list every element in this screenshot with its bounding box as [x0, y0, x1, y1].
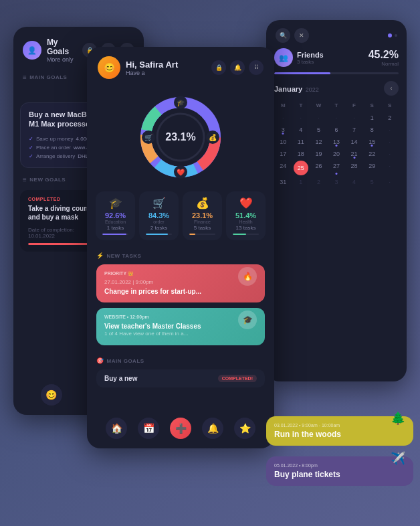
right-dot-nav [388, 33, 397, 37]
calendar-grid: M T W T F S S · · · · · 1 2 [274, 101, 399, 187]
health-label: Health [233, 220, 259, 224]
task-priority[interactable]: 🔥 PRIORITY 👑 27.01.2022 | 9:00pm Change … [96, 264, 265, 302]
stat-health: ❤️ 51.4% Health 13 tasks [226, 191, 266, 240]
cal-day[interactable]: 1 [363, 112, 381, 123]
tickets-title: Buy plane tickets [274, 470, 405, 479]
cal-day[interactable]: 28 [345, 161, 363, 175]
cal-day[interactable]: 6 [328, 124, 346, 135]
main-lock-icon[interactable]: 🔒 [211, 60, 226, 75]
cal-day[interactable]: · [381, 149, 399, 159]
cal-day[interactable]: 27 [328, 161, 346, 175]
goals-subtitle: More only [47, 56, 82, 63]
cal-day[interactable]: 15 [363, 137, 381, 147]
main-grid-icon[interactable]: ⠿ [249, 60, 264, 75]
dot-active [388, 33, 392, 37]
health-sub: 13 tasks [233, 225, 259, 231]
cal-day[interactable]: 13 [328, 137, 346, 147]
cal-week-1: · · · · · 1 2 [274, 112, 399, 123]
cal-day[interactable]: 26 [310, 161, 328, 175]
day-s2: S [381, 101, 399, 110]
cal-day[interactable]: 2 [381, 112, 399, 123]
cal-week-5: 24 25 26 27 28 29 · [274, 161, 399, 175]
day-w: W [310, 101, 328, 110]
nav-calendar[interactable]: 📅 [138, 418, 159, 439]
screen-wrapper: 👤 My Goals More only 🔒 🔔 🔍 MAIN GOALS ⊞ … [0, 0, 420, 526]
day-f: F [345, 101, 363, 110]
cal-day[interactable]: 5 [363, 177, 381, 187]
task-priority-title: Change in prices for start-up... [104, 287, 257, 296]
tickets-time: 05.01.2022 • 8:00pm [274, 463, 405, 468]
finance-percent: 23.1% [189, 211, 215, 220]
cal-day[interactable]: · [381, 161, 399, 175]
cal-day[interactable]: 4 [292, 124, 310, 135]
cal-day[interactable]: · [328, 112, 346, 123]
cal-day[interactable]: 31 [274, 177, 292, 187]
cal-day-today[interactable]: 25 [294, 161, 308, 175]
friends-status: Normal [369, 61, 399, 67]
cal-day[interactable]: 20 [328, 149, 346, 159]
health-percent: 51.4% [233, 211, 259, 220]
order-sub: 2 tasks [146, 225, 172, 231]
cal-day[interactable]: · [292, 112, 310, 123]
cal-day[interactable]: 12 [310, 137, 328, 147]
friends-text: Friends 3 tasks [297, 51, 324, 65]
tasks-section: NEW TASKS 🔥 PRIORITY 👑 27.01.2022 | 9:00… [87, 246, 274, 357]
cal-day[interactable]: 22 [363, 149, 381, 159]
cal-day[interactable]: · [381, 177, 399, 187]
cal-day[interactable]: 17 [274, 149, 292, 159]
svg-text:🎓: 🎓 [177, 98, 185, 107]
cal-day[interactable]: 21 [345, 149, 363, 159]
cal-day[interactable]: 10 [274, 137, 292, 147]
right-header: 🔍 ✕ [266, 20, 407, 48]
calendar-prev[interactable]: ‹ [384, 81, 399, 96]
main-user-name: Hi, Safira Art [126, 60, 178, 70]
calendar-header: January 2022 ‹ [274, 81, 399, 96]
day-s1: S [363, 101, 381, 110]
cal-day[interactable]: 14 [345, 137, 363, 147]
friends-avatar: 👥 [274, 48, 293, 67]
right-search-icon[interactable]: 🔍 [276, 28, 290, 43]
cal-day[interactable]: 18 [292, 149, 310, 159]
event-card-tickets[interactable]: ✈️ 05.01.2022 • 8:00pm Buy plane tickets [266, 456, 413, 486]
main-user-sub: Have a [126, 70, 178, 76]
task-priority-meta: 27.01.2022 | 9:00pm [104, 279, 257, 285]
nav-star[interactable]: ⭐ [234, 418, 255, 439]
cal-day[interactable]: · [381, 124, 399, 135]
donut-center: 23.1% [165, 131, 195, 143]
cal-day[interactable]: 3 [328, 177, 346, 187]
cal-day[interactable]: 3 [274, 124, 292, 135]
friends-percent: 45.2% [369, 49, 399, 61]
nav-home[interactable]: 🏠 [106, 418, 127, 439]
cal-day[interactable]: 8 [363, 124, 381, 135]
right-close-icon[interactable]: ✕ [294, 28, 309, 43]
task-normal[interactable]: 🎓 WEBSITE • 12:00pm View teacher's Maste… [96, 308, 265, 345]
event-card-run[interactable]: 🌲 03.01.2022 • 9:00am - 10:00am Run in t… [266, 416, 413, 446]
cal-day[interactable]: · [274, 112, 292, 123]
goals-title-area: 👤 My Goals More only [23, 37, 82, 63]
svg-text:🛒: 🛒 [144, 133, 153, 142]
goals-title: My Goals [47, 37, 82, 56]
cal-day[interactable]: 19 [310, 149, 328, 159]
cal-day[interactable]: · [310, 112, 328, 123]
right-header-icons: 🔍 ✕ [276, 28, 309, 43]
main-bell-icon[interactable]: 🔔 [230, 60, 245, 75]
cal-day[interactable]: · [345, 112, 363, 123]
cal-day[interactable]: 5 [310, 124, 328, 135]
run-icon: 🌲 [391, 411, 405, 426]
education-icon: 🎓 [102, 197, 128, 209]
education-sub: 1 tasks [102, 225, 128, 231]
cal-day[interactable]: 1 [292, 177, 310, 187]
cal-day[interactable]: 11 [292, 137, 310, 147]
nav-bell[interactable]: 🔔 [202, 418, 223, 439]
calendar-section: January 2022 ‹ M T W T F S S [266, 81, 407, 187]
cal-day[interactable]: 2 [310, 177, 328, 187]
main-avatar: 😊 [98, 56, 120, 79]
goal-row-buy: Buy a new COMPLETED! [96, 369, 265, 387]
cal-day[interactable]: 29 [363, 161, 381, 175]
nav-add[interactable]: ➕ [170, 418, 191, 439]
left-nav-smiley[interactable]: 😊 [41, 384, 62, 406]
cal-day[interactable]: · [381, 137, 399, 147]
cal-day[interactable]: 4 [345, 177, 363, 187]
cal-day[interactable]: 7 [345, 124, 363, 135]
cal-day[interactable]: 24 [274, 161, 292, 175]
